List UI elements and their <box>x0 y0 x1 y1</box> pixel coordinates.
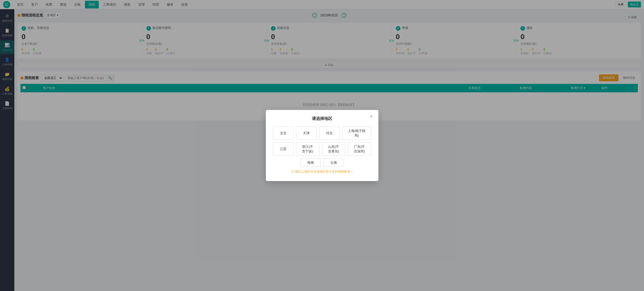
region-select-modal: ✕ 请选择地区 北京 天津 河北 上海(电子税局) 江苏 浙江(不含宁波) 山东… <box>266 110 378 181</box>
region-tianjin[interactable]: 天津 <box>296 127 316 140</box>
modal-close-button[interactable]: ✕ <box>369 114 374 119</box>
region-row-3: 海南 云南 <box>273 158 371 167</box>
region-jiangsu[interactable]: 江苏 <box>273 142 293 156</box>
warning-icon: ⓘ <box>291 170 294 174</box>
region-row-2: 江苏 浙江(不含宁波) 山东(不含青岛) 广东(不含深圳) <box>273 142 371 156</box>
modal-title: 请选择地区 <box>273 116 371 121</box>
region-hainan[interactable]: 海南 <box>300 158 321 167</box>
warning-message: 除以上地区外其他地区暂不支持报税检查！ <box>295 170 353 174</box>
region-shanghai[interactable]: 上海(电子税局) <box>342 127 371 140</box>
region-guangdong[interactable]: 广东(不含深圳) <box>348 142 371 156</box>
modal-overlay[interactable]: ✕ 请选择地区 北京 天津 河北 上海(电子税局) 江苏 浙江(不含宁波) 山东… <box>0 0 644 291</box>
region-row-1: 北京 天津 河北 上海(电子税局) <box>273 127 371 140</box>
region-yunnan[interactable]: 云南 <box>323 158 344 167</box>
region-zhejiang[interactable]: 浙江(不含宁波) <box>296 142 319 156</box>
modal-warning: ⓘ 除以上地区外其他地区暂不支持报税检查！ <box>273 170 371 174</box>
region-beijing[interactable]: 北京 <box>273 127 293 140</box>
region-shandong[interactable]: 山东(不含青岛) <box>322 142 345 156</box>
region-hebei[interactable]: 河北 <box>319 127 340 140</box>
